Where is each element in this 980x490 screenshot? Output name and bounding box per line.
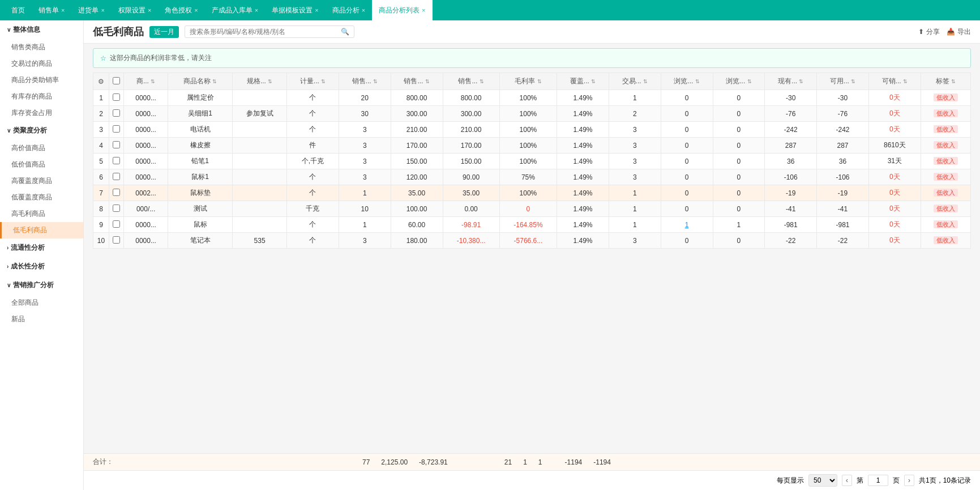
row-view1[interactable]: 1 [661, 217, 713, 233]
row-view2: 0 [713, 138, 765, 154]
sidebar-item-high-value[interactable]: 高价值商品 [0, 140, 83, 156]
row-checkbox[interactable] [109, 217, 124, 233]
row-saleable: 0天 [868, 185, 921, 201]
row-checkbox[interactable] [109, 122, 124, 138]
th-saleable[interactable]: 可销... ⇅ [868, 73, 921, 90]
share-button[interactable]: ⬆ 分享 [918, 27, 940, 37]
sidebar-group-cluster[interactable]: ∨ 类聚度分析 [0, 121, 83, 140]
row-checkbox[interactable] [109, 154, 124, 169]
row-available: 287 [817, 138, 869, 154]
th-view1[interactable]: 浏览... ⇅ [661, 73, 713, 90]
table-row: 10 0000... 笔记本 535 个 3 180.00 -10,380...… [93, 233, 971, 249]
row-unit: 个 [287, 90, 339, 106]
prev-page-button[interactable]: ‹ [842, 475, 852, 486]
close-icon[interactable]: × [422, 7, 425, 14]
sidebar-item-low-margin[interactable]: 低毛利商品 [0, 222, 83, 238]
row-checkbox[interactable] [109, 106, 124, 122]
th-trade[interactable]: 交易... ⇅ [609, 73, 661, 90]
row-checkbox[interactable] [109, 138, 124, 154]
nav-analysis-list[interactable]: 商品分析列表 × [372, 0, 432, 20]
sidebar-item-inventory-capital[interactable]: 库存资金占用 [0, 105, 83, 121]
row-select-checkbox[interactable] [113, 220, 120, 228]
nav-permissions[interactable]: 权限设置 × [112, 0, 158, 20]
page-label: 第 [857, 476, 863, 485]
search-box[interactable]: 🔍 [185, 25, 354, 38]
row-checkbox[interactable] [109, 185, 124, 201]
row-current: -76 [765, 106, 817, 122]
th-sales-price[interactable]: 销售... ⇅ [391, 73, 443, 90]
sidebar-group-growth[interactable]: › 成长性分析 [0, 257, 83, 276]
close-icon[interactable]: × [61, 7, 65, 14]
row-coverage: 1.49% [557, 154, 609, 169]
sidebar-item-high-margin[interactable]: 高毛利商品 [0, 206, 83, 222]
nav-analysis[interactable]: 商品分析 × [326, 0, 372, 20]
data-table: ⚙ 商... ⇅ 商品名称 ⇅ 规格... ⇅ 计量... ⇅ 销售... ⇅ … [93, 73, 971, 249]
nav-products[interactable]: 产成品入库单 × [205, 0, 265, 20]
row-no: 10 [93, 233, 109, 249]
row-select-checkbox[interactable] [113, 93, 120, 101]
close-icon[interactable]: × [194, 7, 198, 14]
sidebar-item-new-goods[interactable]: 新品 [0, 311, 83, 327]
th-gross-rate[interactable]: 毛利率 ⇅ [499, 73, 557, 90]
th-sales-qty[interactable]: 销售... ⇅ [339, 73, 391, 90]
row-select-checkbox[interactable] [113, 157, 120, 164]
sidebar-item-all-goods[interactable]: 全部商品 [0, 295, 83, 311]
nav-sales[interactable]: 销售单 × [32, 0, 71, 20]
th-current[interactable]: 现有... ⇅ [765, 73, 817, 90]
row-checkbox[interactable] [109, 90, 124, 106]
row-select-checkbox[interactable] [113, 109, 120, 117]
sidebar-group-marketing[interactable]: ∨ 营销推广分析 [0, 276, 83, 295]
row-select-checkbox[interactable] [113, 236, 120, 244]
th-code[interactable]: 商... ⇅ [124, 73, 168, 90]
row-sales-price: 210.00 [391, 122, 443, 138]
th-checkbox[interactable] [109, 73, 124, 90]
row-select-checkbox[interactable] [113, 141, 120, 148]
close-icon[interactable]: × [101, 7, 104, 14]
sidebar-item-inventory-goods[interactable]: 有库存的商品 [0, 88, 83, 105]
close-icon[interactable]: × [148, 7, 151, 14]
nav-purchase[interactable]: 进货单 × [71, 0, 111, 20]
th-tag[interactable]: 标签 ⇅ [921, 73, 970, 90]
close-icon[interactable]: × [362, 7, 365, 14]
close-icon[interactable]: × [255, 7, 258, 14]
th-sales-amount[interactable]: 销售... ⇅ [443, 73, 499, 90]
export-button[interactable]: 📥 导出 [947, 27, 971, 37]
nav-roles[interactable]: 角色授权 × [158, 0, 204, 20]
row-checkbox[interactable] [109, 233, 124, 249]
sidebar-item-low-coverage[interactable]: 低覆盖度商品 [0, 189, 83, 206]
row-select-checkbox[interactable] [113, 189, 120, 196]
row-trade: 1 [609, 201, 661, 217]
nav-home[interactable]: 首页 [5, 0, 32, 20]
th-available[interactable]: 可用... ⇅ [817, 73, 869, 90]
row-select-checkbox[interactable] [113, 173, 120, 180]
period-badge[interactable]: 近一月 [149, 26, 179, 38]
th-view2[interactable]: 浏览... ⇅ [713, 73, 765, 90]
sidebar-group-overall[interactable]: ∨ 整体信息 [0, 20, 83, 39]
th-unit[interactable]: 计量... ⇅ [287, 73, 339, 90]
th-settings[interactable]: ⚙ [93, 73, 109, 90]
close-icon[interactable]: × [315, 7, 318, 14]
nav-templates[interactable]: 单据模板设置 × [265, 0, 325, 20]
page-input[interactable] [868, 475, 888, 486]
row-checkbox[interactable] [109, 201, 124, 217]
per-page-select[interactable]: 50 20 100 [808, 474, 837, 487]
sidebar-item-traded-goods[interactable]: 交易过的商品 [0, 56, 83, 72]
sidebar-group-circulation[interactable]: › 流通性分析 [0, 238, 83, 257]
row-coverage: 1.49% [557, 201, 609, 217]
sidebar-item-high-coverage[interactable]: 高覆盖度商品 [0, 173, 83, 189]
row-select-checkbox[interactable] [113, 204, 120, 212]
row-select-checkbox[interactable] [113, 125, 120, 133]
next-page-button[interactable]: › [904, 475, 914, 486]
th-coverage[interactable]: 覆盖... ⇅ [557, 73, 609, 90]
th-name[interactable]: 商品名称 ⇅ [168, 73, 233, 90]
sidebar-item-category-rate[interactable]: 商品分类助销率 [0, 72, 83, 88]
sidebar-item-sales-goods[interactable]: 销售类商品 [0, 39, 83, 56]
row-checkbox[interactable] [109, 169, 124, 185]
row-no: 6 [93, 169, 109, 185]
th-spec[interactable]: 规格... ⇅ [233, 73, 287, 90]
search-icon[interactable]: 🔍 [341, 28, 349, 36]
search-input[interactable] [190, 28, 341, 36]
sidebar-item-low-value[interactable]: 低价值商品 [0, 156, 83, 173]
page-title: 低毛利商品 [93, 25, 144, 39]
select-all-checkbox[interactable] [113, 77, 120, 84]
